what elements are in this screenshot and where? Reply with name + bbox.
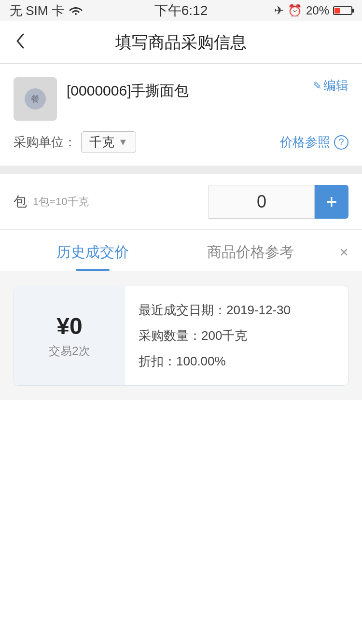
quantity-row: 包 1包=10千克 + bbox=[0, 174, 362, 230]
trade-discount-row: 折扣：100.00% bbox=[139, 352, 334, 371]
trade-history-card: ¥0 交易2次 最近成交日期：2019-12-30 采购数量：200千克 折扣：… bbox=[14, 286, 348, 386]
tab-history-price[interactable]: 历史成交价 bbox=[14, 230, 172, 271]
quantity-input[interactable] bbox=[209, 185, 315, 219]
tab-product-price-reference[interactable]: 商品价格参考 bbox=[172, 230, 330, 271]
tab-bar: 历史成交价 商品价格参考 × bbox=[0, 230, 362, 271]
back-button[interactable] bbox=[14, 30, 27, 55]
edit-button[interactable]: ✎ 编辑 bbox=[313, 77, 348, 94]
quantity-unit-conversion: 1包=10千克 bbox=[33, 195, 89, 209]
svg-text:餐: 餐 bbox=[31, 94, 40, 104]
trade-count-label: 交易2次 bbox=[49, 343, 90, 359]
product-name-area: [0000006]手撕面包 bbox=[67, 77, 189, 101]
section-divider bbox=[0, 166, 362, 174]
price-reference-button[interactable]: 价格参照 ? bbox=[280, 134, 348, 151]
product-info: 餐 [0000006]手撕面包 bbox=[14, 77, 313, 121]
help-icon: ? bbox=[334, 135, 348, 150]
wifi-icon bbox=[69, 3, 83, 18]
tab-close-button[interactable]: × bbox=[330, 231, 348, 270]
header: 填写商品采购信息 bbox=[0, 21, 362, 64]
carrier-text: 无 SIM 卡 bbox=[10, 2, 64, 19]
alarm-icon: ⏰ bbox=[288, 4, 302, 17]
quantity-unit-badge: 包 bbox=[14, 193, 27, 211]
quantity-plus-button[interactable]: + bbox=[315, 185, 348, 219]
status-time: 下午6:12 bbox=[154, 1, 208, 20]
trade-quantity-row: 采购数量：200千克 bbox=[139, 326, 334, 345]
status-right: ✈ ⏰ 20% bbox=[274, 4, 352, 17]
page-title: 填写商品采购信息 bbox=[115, 31, 247, 54]
quantity-unit-info: 包 1包=10千克 bbox=[14, 193, 89, 211]
battery-icon bbox=[333, 6, 352, 15]
location-icon: ✈ bbox=[274, 4, 284, 17]
product-name: [0000006]手撕面包 bbox=[67, 81, 189, 101]
dropdown-arrow-icon: ▼ bbox=[118, 137, 128, 148]
trade-price-value: ¥0 bbox=[56, 313, 82, 339]
status-bar: 无 SIM 卡 下午6:12 ✈ ⏰ 20% bbox=[0, 0, 362, 21]
trade-details-section: 最近成交日期：2019-12-30 采购数量：200千克 折扣：100.00% bbox=[125, 286, 348, 385]
unit-label: 采购单位： bbox=[14, 134, 76, 151]
edit-icon: ✎ bbox=[313, 80, 321, 92]
product-unit-row: 采购单位： 千克 ▼ 价格参照 ? bbox=[14, 131, 348, 166]
trade-recent-date-row: 最近成交日期：2019-12-30 bbox=[139, 301, 334, 320]
unit-select[interactable]: 千克 ▼ bbox=[81, 131, 136, 153]
trade-price-section: ¥0 交易2次 bbox=[14, 286, 125, 385]
product-top: 餐 [0000006]手撕面包 ✎ 编辑 bbox=[14, 77, 348, 121]
product-thumbnail: 餐 bbox=[14, 77, 57, 121]
status-left: 无 SIM 卡 bbox=[10, 2, 83, 19]
battery-percent: 20% bbox=[306, 4, 329, 17]
product-card: 餐 [0000006]手撕面包 ✎ 编辑 采购单位： 千克 ▼ 价格参照 bbox=[0, 64, 362, 166]
page-bottom bbox=[0, 400, 362, 644]
quantity-control: + bbox=[209, 185, 348, 219]
